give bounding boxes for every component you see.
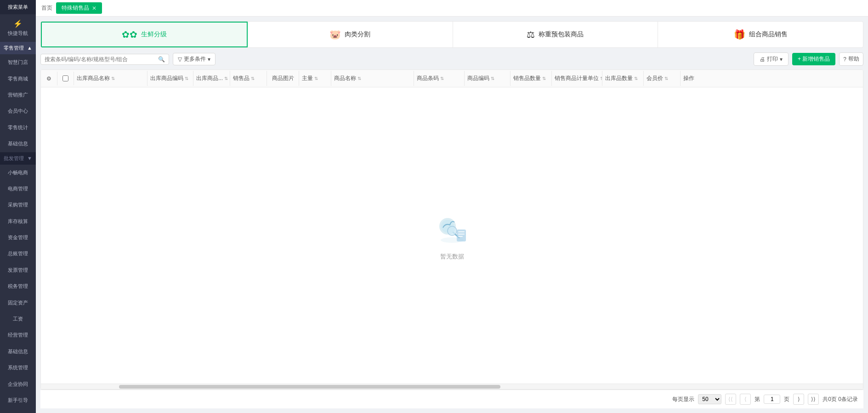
help-label: 帮助 (848, 55, 859, 63)
th-out-spec: 出库商品... ⇅ (193, 71, 230, 86)
th-member-price: 会员价 ⇅ (644, 71, 681, 86)
sidebar-item-ops-mgmt[interactable]: 经营管理 (0, 327, 36, 343)
th-out-code: 出库商品编码 ⇅ (148, 71, 193, 86)
search-icon[interactable]: 🔍 (158, 56, 165, 63)
svg-rect-5 (458, 231, 465, 232)
filter-label: 更多条件 (184, 55, 206, 63)
sidebar-item-finance[interactable]: 资金管理 (0, 229, 36, 246)
sort-barcode-icon[interactable]: ⇅ (440, 76, 444, 81)
sidebar-item-new-guide[interactable]: 新手引导 (0, 392, 36, 408)
sidebar-item-mini-ecom[interactable]: 小畅电商 (0, 165, 36, 181)
per-page-select[interactable]: 50 10 20 100 (698, 394, 721, 404)
next-page-button[interactable]: ⟩ (793, 394, 804, 405)
select-all-checkbox[interactable] (62, 75, 68, 81)
sidebar-item-smart-store[interactable]: 智慧门店 (0, 54, 36, 70)
weight-pack-label: 称重预包装商品 (539, 30, 584, 39)
sidebar-item-sys-mgmt[interactable]: 系统管理 (0, 360, 36, 376)
sidebar-item-basic-info2[interactable]: 基础信息 (0, 344, 36, 360)
filter-icon: ▽ (178, 56, 182, 63)
th-goods-name: 商品名称 ⇅ (331, 71, 414, 86)
search-input[interactable] (45, 56, 156, 63)
th-settings[interactable]: ⚙ (41, 72, 57, 86)
quick-nav-icon: ⚡ (2, 19, 34, 29)
sort-member-price-icon[interactable]: ⇅ (664, 76, 668, 81)
cat-tab-weight-pack[interactable]: ⚖ 称重预包装商品 (453, 22, 658, 47)
weight-pack-icon: ⚖ (527, 29, 535, 40)
sidebar-item-wholesale[interactable]: 批发管理 ▼ (0, 152, 36, 165)
svg-rect-6 (458, 234, 465, 235)
current-tab[interactable]: 特殊销售品 ✕ (56, 2, 102, 14)
new-label: + 新增销售品 (798, 55, 830, 63)
print-button[interactable]: 🖨 打印 ▾ (754, 52, 789, 66)
sidebar-item-member[interactable]: 会员中心 (0, 103, 36, 119)
toolbar: 🔍 ▽ 更多条件 ▾ 🖨 打印 ▾ + 新增销售品 ? (40, 52, 863, 66)
sidebar-item-fixed-assets[interactable]: 固定资产 (0, 295, 36, 311)
main-content: 首页 特殊销售品 ✕ ✿✿ 生鲜分级 🐷 肉类分割 ⚖ 称重预包装商品 🎁 组合… (36, 0, 868, 413)
th-out-qty: 出库品数量 ⇅ (602, 71, 644, 86)
sort-out-code-icon[interactable]: ⇅ (185, 76, 188, 81)
th-out-name: 出库商品名称 ⇅ (74, 71, 148, 86)
sidebar-item-ecom-mgmt[interactable]: 电商管理 (0, 181, 36, 197)
sidebar-item-purchase[interactable]: 采购管理 (0, 197, 36, 213)
tab-label: 特殊销售品 (62, 4, 89, 12)
empty-state: 暂无数据 (41, 87, 863, 384)
category-tabs: ✿✿ 生鲜分级 🐷 肉类分割 ⚖ 称重预包装商品 🎁 组合商品销售 (40, 21, 863, 48)
last-page-button[interactable]: ⟩⟩ (808, 394, 819, 405)
total-info: 共0页 0条记录 (823, 396, 858, 403)
sidebar-item-marketing[interactable]: 营销推广 (0, 87, 36, 103)
th-goods-code: 商品编码 ⇅ (465, 71, 511, 86)
svg-rect-4 (457, 229, 466, 241)
toolbar-right: 🖨 打印 ▾ + 新增销售品 ? 帮助 (754, 52, 863, 66)
sidebar-item-retail-mgmt[interactable]: 零售管理 ▲ (0, 42, 36, 54)
filter-button[interactable]: ▽ 更多条件 ▾ (173, 53, 216, 65)
help-button[interactable]: ? 帮助 (839, 52, 863, 66)
search-box[interactable]: 🔍 (40, 54, 169, 65)
sidebar-item-settings[interactable]: ⚙ (0, 408, 36, 413)
sort-out-qty-icon[interactable]: ⇅ (634, 76, 638, 81)
cat-tab-combo-sales[interactable]: 🎁 组合商品销售 (658, 22, 863, 47)
combo-sales-icon: 🎁 (734, 29, 745, 40)
sidebar-item-invoice[interactable]: 发票管理 (0, 262, 36, 278)
sort-sales-goods-icon[interactable]: ⇅ (251, 76, 255, 81)
sidebar-item-retail-stats[interactable]: 零售统计 (0, 120, 36, 136)
sidebar: 搜索菜单 ⚡ 快捷导航 零售管理 ▲ 智慧门店 零售商城 营销推广 会员中心 零… (0, 0, 36, 413)
sidebar-item-biz[interactable]: 企业协同 (0, 376, 36, 392)
sidebar-item-basic-info[interactable]: 基础信息 (0, 136, 36, 152)
th-goods-img: 商品图片 (267, 71, 299, 86)
empty-icon (434, 210, 471, 247)
svg-point-3 (448, 226, 457, 235)
sort-goods-name-icon[interactable]: ⇅ (357, 76, 361, 81)
empty-text: 暂无数据 (440, 252, 464, 261)
sidebar-item-retail-mall[interactable]: 零售商城 (0, 71, 36, 87)
scroll-thumb[interactable] (119, 385, 500, 389)
toolbar-left: 🔍 ▽ 更多条件 ▾ (40, 53, 216, 65)
table-header: ⚙ 出库商品名称 ⇅ 出库商品编码 ⇅ 出库商品... ⇅ 销售品 (41, 70, 863, 87)
sidebar-item-ledger[interactable]: 总账管理 (0, 246, 36, 262)
sort-out-spec-icon[interactable]: ⇅ (224, 76, 228, 81)
cat-tab-fresh-grade[interactable]: ✿✿ 生鲜分级 (41, 22, 248, 47)
sidebar-item-wages[interactable]: 工资 (0, 311, 36, 327)
combo-sales-label: 组合商品销售 (749, 30, 788, 39)
page-input[interactable] (764, 395, 780, 404)
sidebar-logo[interactable]: 搜索菜单 (0, 0, 36, 14)
page-label-before: 第 (755, 396, 760, 403)
scroll-area[interactable] (41, 384, 863, 389)
prev-page-button[interactable]: ⟨ (740, 394, 751, 405)
home-link[interactable]: 首页 (41, 4, 52, 12)
first-page-button[interactable]: ⟨⟨ (725, 394, 736, 405)
new-button[interactable]: + 新增销售品 (792, 53, 835, 65)
th-barcode: 商品条码 ⇅ (414, 71, 465, 86)
sort-sales-qty-icon[interactable]: ⇅ (542, 76, 546, 81)
page-container: ✿✿ 生鲜分级 🐷 肉类分割 ⚖ 称重预包装商品 🎁 组合商品销售 🔍 (36, 17, 868, 413)
print-label: 打印 (767, 55, 778, 63)
th-checkbox[interactable] (57, 72, 74, 85)
cat-tab-meat-cut[interactable]: 🐷 肉类分割 (248, 22, 453, 47)
sort-goods-code-icon[interactable]: ⇅ (491, 76, 494, 81)
sidebar-item-inventory[interactable]: 库存核算 (0, 213, 36, 229)
sort-weight-icon[interactable]: ⇅ (314, 76, 318, 81)
print-icon: 🖨 (760, 56, 765, 63)
tab-close-icon[interactable]: ✕ (92, 5, 96, 11)
sort-out-name-icon[interactable]: ⇅ (111, 76, 115, 81)
sidebar-item-tax[interactable]: 税务管理 (0, 278, 36, 294)
sidebar-item-quick-nav[interactable]: ⚡ 快捷导航 (0, 14, 36, 42)
